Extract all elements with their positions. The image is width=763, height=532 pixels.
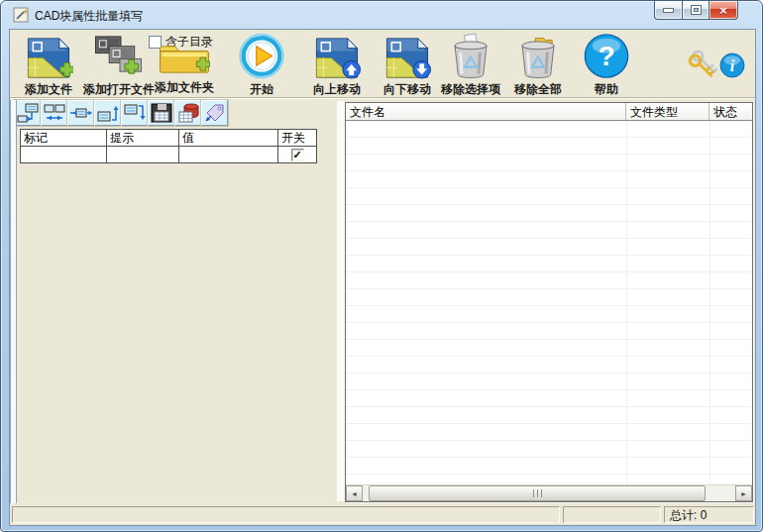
add-file-icon	[24, 33, 73, 83]
svg-text:i: i	[730, 57, 735, 74]
copy-attr-through-icon	[69, 102, 93, 124]
column-header-prompt[interactable]: 提示	[107, 130, 179, 147]
scrollbar-thumb[interactable]	[369, 485, 706, 501]
keys-icon	[688, 65, 719, 82]
window-title: CAD块属性批量填写	[35, 8, 143, 25]
remove-all-label: 移除全部	[514, 83, 562, 96]
save-table-icon	[150, 102, 173, 124]
scroll-left-button[interactable]: ◄	[346, 485, 363, 501]
help-button[interactable]: ? 帮助	[573, 33, 640, 94]
app-icon	[13, 7, 29, 23]
add-folder-icon	[156, 44, 213, 79]
file-list-body[interactable]	[346, 121, 752, 484]
attribute-table-row[interactable]	[21, 147, 316, 162]
help-icon: ?	[583, 33, 630, 83]
tag-edit-button[interactable]	[201, 100, 228, 126]
start-button[interactable]: 开始	[226, 33, 297, 94]
move-down-label: 向下移动	[383, 83, 431, 96]
move-up-button[interactable]: 向上移动	[301, 33, 373, 94]
copy-attr-up-icon	[96, 102, 120, 124]
scroll-left-icon: ◄	[351, 490, 358, 497]
attribute-toolbar	[14, 100, 228, 127]
file-list-header: 文件名 文件类型 状态	[346, 103, 752, 121]
move-up-label: 向上移动	[313, 83, 361, 96]
panel-splitter[interactable]	[337, 101, 345, 501]
status-bar: 总计: 0	[11, 504, 754, 524]
add-open-files-icon	[92, 33, 146, 83]
remove-all-icon	[516, 33, 560, 83]
grid-line	[626, 121, 627, 484]
attribute-table: 标记 提示 值 开关	[20, 129, 317, 163]
switch-checkbox[interactable]	[291, 149, 304, 161]
status-total: 总计: 0	[664, 506, 754, 523]
attribute-table-header: 标记 提示 值 开关	[21, 130, 316, 147]
remove-all-button[interactable]: 移除全部	[499, 33, 577, 94]
caption-buttons: ×	[654, 1, 738, 21]
remove-selected-label: 移除选择项	[441, 83, 500, 96]
export-database-button[interactable]	[174, 100, 201, 126]
scrollbar-grip-icon	[533, 489, 542, 497]
start-icon	[237, 33, 286, 83]
copy-attr-left-button[interactable]	[14, 100, 41, 126]
maximize-icon	[692, 6, 701, 14]
add-folder-button[interactable]: 添加文件夹	[147, 33, 222, 94]
column-header-filetype[interactable]: 文件类型	[626, 103, 709, 120]
grid-line	[709, 121, 710, 484]
copy-attr-swap-button[interactable]	[41, 100, 67, 126]
info-icon: i	[719, 64, 745, 81]
help-label: 帮助	[595, 83, 618, 96]
horizontal-scrollbar[interactable]: ◄ ►	[346, 484, 752, 501]
copy-attr-through-button[interactable]	[67, 100, 94, 126]
cell-mark[interactable]	[21, 147, 107, 162]
scroll-right-icon: ►	[740, 490, 747, 497]
copy-attr-left-icon	[16, 102, 40, 124]
scrollbar-track[interactable]	[363, 485, 735, 501]
title-bar[interactable]: CAD块属性批量填写 ×	[1, 1, 762, 29]
maximize-button[interactable]	[682, 1, 709, 20]
status-panel-2	[563, 506, 661, 523]
close-icon: ×	[719, 4, 727, 17]
save-table-button[interactable]	[148, 100, 174, 126]
move-down-icon	[382, 33, 432, 83]
client-area: 添加文件 添加打开文件	[9, 29, 756, 526]
export-database-icon	[176, 102, 200, 124]
close-button[interactable]: ×	[709, 1, 738, 20]
copy-attr-up-button[interactable]	[94, 100, 121, 126]
remove-selected-icon	[449, 33, 492, 83]
left-edge-strip	[10, 100, 17, 503]
main-toolbar: 添加文件 添加打开文件	[10, 30, 755, 98]
add-file-label: 添加文件	[25, 83, 72, 96]
column-header-mark[interactable]: 标记	[21, 130, 107, 147]
tag-edit-icon	[203, 102, 227, 124]
about-button[interactable]: i	[719, 53, 745, 82]
cell-prompt[interactable]	[107, 147, 179, 162]
add-folder-label: 添加文件夹	[155, 81, 214, 94]
copy-attr-swap-icon	[43, 102, 66, 124]
column-header-value[interactable]: 值	[179, 130, 278, 147]
copy-attr-down-button[interactable]	[121, 100, 148, 126]
start-label: 开始	[250, 83, 273, 96]
add-open-files-label: 添加打开文件	[83, 83, 155, 96]
cell-switch	[278, 147, 316, 162]
add-file-button[interactable]: 添加文件	[10, 33, 87, 94]
app-window: CAD块属性批量填写 ×	[0, 0, 763, 532]
column-header-filename[interactable]: 文件名	[346, 103, 626, 120]
minimize-icon	[664, 9, 673, 12]
copy-attr-down-icon	[123, 102, 147, 124]
register-button[interactable]	[688, 50, 719, 83]
column-header-switch[interactable]: 开关	[278, 130, 316, 147]
move-up-icon	[312, 33, 362, 83]
status-panel-1	[12, 506, 560, 523]
cell-value[interactable]	[179, 147, 278, 162]
file-list-panel: 文件名 文件类型 状态 ◄ ►	[345, 102, 753, 502]
svg-text:?: ?	[598, 40, 614, 71]
column-header-status[interactable]: 状态	[709, 103, 752, 120]
minimize-button[interactable]	[654, 1, 682, 20]
scroll-right-button[interactable]: ►	[735, 485, 752, 501]
